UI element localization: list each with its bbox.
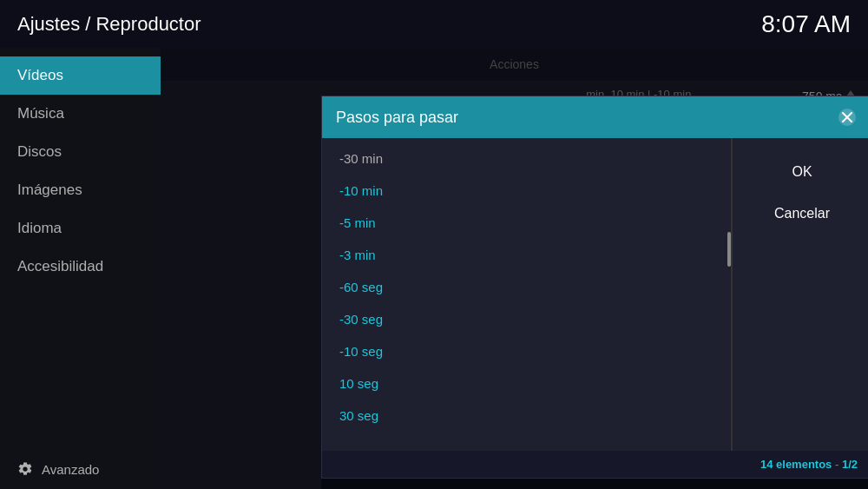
app-header: Ajustes / Reproductor 8:07 AM bbox=[0, 0, 868, 48]
modal-footer: 14 elementos - 1/2 bbox=[322, 451, 868, 478]
list-item-3[interactable]: -3 min bbox=[322, 239, 731, 271]
list-item-5[interactable]: -30 seg bbox=[322, 303, 731, 335]
footer-page: 1/2 bbox=[842, 458, 858, 471]
sidebar-item-imagenes[interactable]: Imágenes bbox=[0, 171, 161, 209]
ok-button[interactable]: OK bbox=[754, 155, 850, 188]
sidebar-item-videos[interactable]: Vídeos bbox=[0, 56, 161, 95]
list-item-0[interactable]: -30 min bbox=[322, 142, 731, 175]
list-item-6[interactable]: -10 seg bbox=[322, 335, 731, 367]
scrollbar-thumb[interactable] bbox=[727, 232, 731, 267]
sidebar-item-musica[interactable]: Música bbox=[0, 95, 161, 133]
sidebar-item-discos[interactable]: Discos bbox=[0, 133, 161, 171]
footer-count: 14 elementos bbox=[760, 458, 832, 471]
main-layout: Vídeos Música Discos Imágenes Idioma Acc… bbox=[0, 48, 868, 489]
modal-title: Pasos para pasar bbox=[336, 109, 458, 127]
list-item-7[interactable]: 10 seg bbox=[322, 367, 731, 400]
clock: 8:07 AM bbox=[761, 10, 851, 38]
sidebar-item-advanced[interactable]: Avanzado bbox=[0, 449, 161, 489]
gear-icon bbox=[17, 461, 33, 477]
modal-dialog: Pasos para pasar -30 min -10 min -5 min … bbox=[321, 96, 868, 479]
list-item-1[interactable]: -10 min bbox=[322, 175, 731, 207]
advanced-label: Avanzado bbox=[42, 462, 99, 477]
list-area[interactable]: -30 min -10 min -5 min -3 min -60 seg -3… bbox=[322, 138, 733, 451]
footer-info: 14 elementos - 1/2 bbox=[760, 458, 858, 471]
sidebar-item-accesibilidad[interactable]: Accesibilidad bbox=[0, 248, 161, 286]
action-area: OK Cancelar bbox=[733, 138, 868, 451]
modal-close-icon[interactable] bbox=[837, 107, 858, 128]
footer-separator: - bbox=[835, 458, 842, 471]
modal-body: -30 min -10 min -5 min -3 min -60 seg -3… bbox=[322, 138, 868, 451]
list-item-4[interactable]: -60 seg bbox=[322, 271, 731, 303]
cancel-button[interactable]: Cancelar bbox=[754, 197, 850, 230]
list-item-8[interactable]: 30 seg bbox=[322, 400, 731, 432]
content-area: Acciones min, 10 min | -10 min, 750 ms A… bbox=[161, 48, 868, 489]
sidebar: Vídeos Música Discos Imágenes Idioma Acc… bbox=[0, 48, 161, 489]
sidebar-item-idioma[interactable]: Idioma bbox=[0, 209, 161, 248]
modal-header: Pasos para pasar bbox=[322, 96, 868, 138]
page-title: Ajustes / Reproductor bbox=[17, 13, 201, 36]
list-item-2[interactable]: -5 min bbox=[322, 207, 731, 239]
